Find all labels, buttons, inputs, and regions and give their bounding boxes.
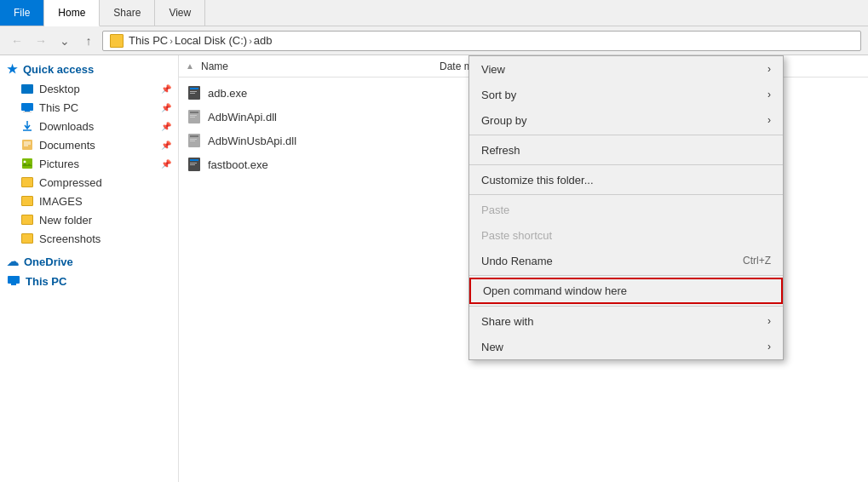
sep2: › bbox=[249, 36, 252, 46]
svg-rect-2 bbox=[23, 112, 32, 112]
sidebar-item-screenshots[interactable]: Screenshots bbox=[0, 229, 178, 248]
ribbon: File Home Share View bbox=[0, 0, 868, 26]
ctx-label-groupby: Group by bbox=[481, 114, 762, 127]
ctx-item-view[interactable]: View › bbox=[469, 56, 783, 82]
quick-access-label: Quick access bbox=[23, 63, 94, 76]
recent-locations-button[interactable]: ⌄ bbox=[55, 31, 75, 51]
sidebar-item-thispc[interactable]: This PC 📌 bbox=[0, 98, 178, 117]
svg-rect-19 bbox=[190, 117, 195, 118]
thispc-icon bbox=[20, 100, 34, 114]
ctx-arrow-view: › bbox=[767, 63, 771, 75]
svg-rect-8 bbox=[22, 158, 32, 169]
context-menu: View › Sort by › Group by › Refresh Cust… bbox=[468, 55, 784, 360]
sidebar-label-images: IMAGES bbox=[39, 195, 83, 208]
ctx-arrow-share: › bbox=[767, 315, 771, 327]
ctx-item-customize[interactable]: Customize this folder... bbox=[469, 167, 783, 192]
back-button[interactable]: ← bbox=[7, 31, 27, 51]
address-box[interactable]: This PC › Local Disk (C:) › adb bbox=[102, 31, 861, 51]
exe-icon-adb bbox=[186, 84, 203, 101]
ctx-arrow-new: › bbox=[767, 341, 771, 353]
ctx-label-view: View bbox=[481, 63, 762, 76]
svg-rect-11 bbox=[11, 284, 16, 285]
downloads-icon bbox=[20, 119, 34, 133]
sidebar-item-pictures[interactable]: Pictures 📌 bbox=[0, 154, 178, 173]
svg-rect-26 bbox=[190, 163, 197, 164]
onedrive-header[interactable]: ☁ OneDrive bbox=[0, 251, 178, 272]
ctx-item-new[interactable]: New › bbox=[469, 334, 783, 359]
thispc-sidebar-label: This PC bbox=[26, 275, 66, 288]
folder-screenshots-icon bbox=[20, 232, 34, 245]
file-name-adbwinapi: AdbWinApi.dll bbox=[208, 111, 277, 123]
folder-images-icon bbox=[20, 194, 34, 208]
ctx-sep-2 bbox=[469, 164, 783, 165]
ctx-item-sortby[interactable]: Sort by › bbox=[469, 82, 783, 107]
ctx-label-undo-rename: Undo Rename bbox=[481, 255, 726, 267]
main-layout: ★ Quick access Desktop 📌 This PC 📌 Downl… bbox=[0, 55, 868, 482]
sidebar-label-downloads: Downloads bbox=[39, 120, 94, 133]
svg-rect-4 bbox=[22, 140, 32, 150]
dll-icon-adbwinusbapi bbox=[186, 132, 203, 149]
path-part1: Local Disk (C:) bbox=[175, 34, 247, 47]
sidebar-label-screenshots: Screenshots bbox=[39, 232, 101, 245]
ctx-sep-3 bbox=[469, 194, 783, 195]
sidebar-item-compressed[interactable]: Compressed bbox=[0, 173, 178, 192]
ctx-label-open-cmd: Open command window here bbox=[483, 284, 769, 297]
content-area: ▲ Name Date modified Type adb.exe AdbWin… bbox=[179, 55, 868, 482]
file-name-adb-exe: adb.exe bbox=[208, 87, 247, 100]
sidebar-label-thispc: This PC bbox=[39, 101, 78, 114]
sidebar-item-newfolder[interactable]: New folder bbox=[0, 210, 178, 229]
sidebar-item-downloads[interactable]: Downloads 📌 bbox=[0, 117, 178, 135]
svg-rect-25 bbox=[190, 159, 198, 161]
ctx-sep-1 bbox=[469, 135, 783, 135]
ctx-sep-4 bbox=[469, 275, 783, 276]
tab-file[interactable]: File bbox=[0, 0, 44, 26]
sidebar-item-documents[interactable]: Documents 📌 bbox=[0, 135, 178, 154]
tab-home[interactable]: Home bbox=[44, 0, 100, 26]
dll-icon-adbwinapi bbox=[186, 108, 203, 125]
ribbon-tabs: File Home Share View bbox=[0, 0, 868, 26]
pictures-icon bbox=[20, 157, 34, 170]
ctx-item-paste[interactable]: Paste bbox=[469, 197, 783, 222]
file-name-fastboot: fastboot.exe bbox=[208, 158, 268, 171]
ctx-label-customize: Customize this folder... bbox=[481, 174, 771, 186]
onedrive-label: OneDrive bbox=[24, 255, 73, 268]
exe-icon-fastboot bbox=[186, 156, 203, 173]
pin-icon-thispc: 📌 bbox=[161, 103, 171, 112]
sidebar-item-images[interactable]: IMAGES bbox=[0, 192, 178, 210]
path-part2: adb bbox=[254, 34, 273, 47]
pin-icon-downloads: 📌 bbox=[161, 122, 171, 131]
onedrive-icon: ☁ bbox=[7, 255, 19, 268]
forward-button[interactable]: → bbox=[31, 31, 51, 51]
tab-view[interactable]: View bbox=[155, 0, 205, 26]
ctx-item-share-with[interactable]: Share with › bbox=[469, 308, 783, 334]
ctx-sep-5 bbox=[469, 306, 783, 307]
col-name[interactable]: Name bbox=[194, 60, 433, 72]
svg-rect-14 bbox=[190, 91, 197, 92]
thispc-sidebar-header[interactable]: This PC bbox=[0, 272, 178, 291]
ctx-label-new: New bbox=[481, 341, 762, 353]
folder-new-icon bbox=[20, 213, 34, 227]
ctx-item-groupby[interactable]: Group by › bbox=[469, 107, 783, 133]
star-icon: ★ bbox=[7, 62, 18, 76]
desktop-icon bbox=[20, 82, 34, 95]
pin-icon-documents: 📌 bbox=[161, 141, 171, 150]
quick-access-header[interactable]: ★ Quick access bbox=[0, 59, 178, 79]
pin-icon-desktop: 📌 bbox=[161, 84, 171, 94]
tab-share[interactable]: Share bbox=[100, 0, 155, 26]
path-root: This PC bbox=[129, 34, 168, 47]
file-name-adbwinusbapi: AdbWinUsbApi.dll bbox=[208, 135, 296, 147]
svg-rect-0 bbox=[21, 103, 33, 111]
ctx-item-undo-rename[interactable]: Undo Rename Ctrl+Z bbox=[469, 248, 783, 273]
ctx-item-open-cmd[interactable]: Open command window here bbox=[469, 278, 783, 304]
up-button[interactable]: ↑ bbox=[78, 31, 99, 51]
ctx-label-share-with: Share with bbox=[481, 315, 762, 328]
sidebar-label-pictures: Pictures bbox=[39, 158, 79, 170]
ctx-label-paste-shortcut: Paste shortcut bbox=[481, 229, 771, 242]
sep1: › bbox=[170, 36, 173, 46]
pc-icon bbox=[7, 275, 20, 288]
sidebar-label-desktop: Desktop bbox=[39, 83, 80, 95]
sidebar-item-desktop[interactable]: Desktop 📌 bbox=[0, 79, 178, 98]
ctx-item-refresh[interactable]: Refresh bbox=[469, 137, 783, 163]
ctx-item-paste-shortcut[interactable]: Paste shortcut bbox=[469, 222, 783, 248]
folder-compressed-icon bbox=[20, 175, 34, 189]
